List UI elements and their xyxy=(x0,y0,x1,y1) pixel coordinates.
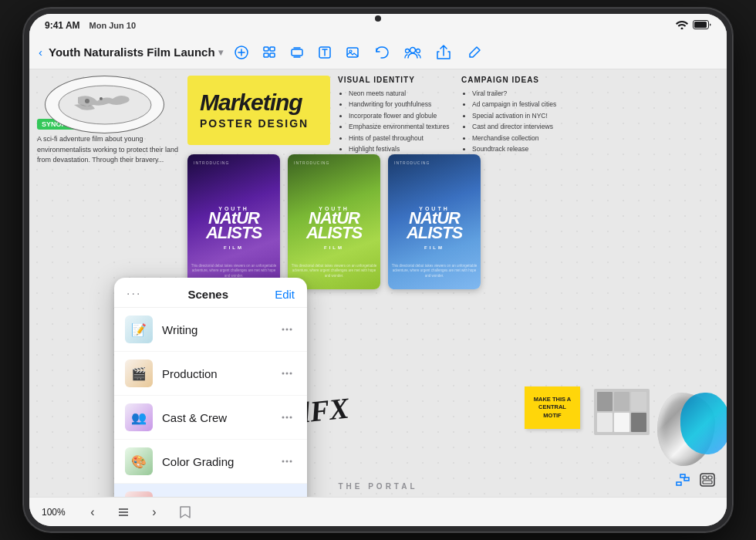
canvas-tool-2[interactable] xyxy=(700,473,715,491)
scene-more-cast[interactable] xyxy=(278,408,296,427)
nav-bar: ‹ Youth Naturalists Film Launch ▾ xyxy=(29,35,727,69)
ci-title: CAMPAIGN IDEAS xyxy=(461,76,577,84)
tablet-screen: 9:41 AM Mon Jun 10 xyxy=(29,14,727,526)
stack-tool-button[interactable] xyxy=(285,42,309,63)
document-title: Youth Naturalists Film Launch xyxy=(49,46,215,59)
tablet-frame: 9:41 AM Mon Jun 10 xyxy=(23,8,733,532)
scene-thumb-production: 🎬 xyxy=(125,359,153,387)
scenes-panel-header: ··· Scenes Edit xyxy=(114,278,307,308)
campaign-ideas-section: CAMPAIGN IDEAS Viral trailer? Ad campaig… xyxy=(461,76,577,155)
marketing-title-block: Marketing POSTER DESIGN xyxy=(187,76,330,145)
world-map-sketch xyxy=(45,76,164,133)
svg-point-24 xyxy=(282,373,285,375)
scene-thumb-color: 🎨 xyxy=(125,447,153,475)
svg-rect-19 xyxy=(708,476,712,479)
scene-name-production: Production xyxy=(162,367,268,380)
swatch-2 xyxy=(614,392,629,411)
scene-more-marketing[interactable] xyxy=(278,496,296,497)
scene-more-production[interactable] xyxy=(278,364,296,383)
nav-right-actions xyxy=(371,42,485,63)
bookmark-button[interactable] xyxy=(174,501,196,523)
camera-dot xyxy=(375,15,381,22)
svg-point-14 xyxy=(59,86,151,124)
svg-rect-5 xyxy=(264,53,268,57)
sticky-note-text: MAKE THIS A CENTRAL MOTIF xyxy=(529,396,575,419)
marketing-headline: Marketing xyxy=(200,91,318,114)
swatch-5 xyxy=(614,413,629,432)
svg-point-11 xyxy=(410,47,415,52)
scene-item-writing[interactable]: 📝 Writing xyxy=(114,308,307,352)
status-icons xyxy=(676,20,711,31)
undo-button[interactable] xyxy=(371,42,393,63)
svg-point-32 xyxy=(290,461,292,463)
vi-item: Hints of pastel throughout xyxy=(349,133,454,143)
visual-identity-section: VISUAL IDENTITY Neon meets natural Handw… xyxy=(338,76,454,155)
svg-point-27 xyxy=(282,417,285,419)
scenes-panel: ··· Scenes Edit 📝 Writing xyxy=(114,278,307,497)
ci-item: Ad campaign in festival cities xyxy=(472,99,577,110)
image-tool-button[interactable] xyxy=(340,42,365,63)
scenes-edit-button[interactable]: Edit xyxy=(275,288,295,301)
scene-more-writing[interactable] xyxy=(278,320,296,339)
ci-item: Special activation in NYC! xyxy=(472,110,577,121)
ci-item: Soundtrack release xyxy=(472,143,577,154)
ci-item: Merchandise collection xyxy=(472,133,577,143)
poster-card-green: INTRODUCING YOUTH NAtURALISTS FILM This … xyxy=(288,154,380,289)
people-button[interactable] xyxy=(402,42,424,63)
scenes-dots-icon[interactable]: ··· xyxy=(127,287,141,301)
sticky-note: MAKE THIS A CENTRAL MOTIF xyxy=(525,386,580,429)
scene-name-cast: Cast & Crew xyxy=(162,411,268,424)
svg-point-12 xyxy=(405,49,409,52)
ci-item: Viral trailer? xyxy=(472,88,577,99)
svg-rect-1 xyxy=(694,22,707,28)
svg-point-21 xyxy=(282,329,285,331)
scene-name-color: Color Grading xyxy=(162,455,268,468)
scene-item-cast[interactable]: 👥 Cast & Crew xyxy=(114,396,307,440)
main-canvas: SYNOPSIS A sci-fi adventure film about y… xyxy=(29,69,727,497)
ci-item: Cast and director interviews xyxy=(472,121,577,132)
poster-card-blue: INTRODUCING YOUTH NAtURALISTS FILM This … xyxy=(388,154,481,289)
swatch-1 xyxy=(597,392,613,411)
nav-tools xyxy=(229,42,365,63)
scene-thumb-cast: 👥 xyxy=(125,403,153,431)
svg-point-26 xyxy=(290,373,292,375)
poster-cards-row: INTRODUCING YOUTH NAtURALISTS FILM This … xyxy=(187,154,481,289)
synopsis-text: A sci-fi adventure film about young envi… xyxy=(37,134,180,166)
prev-page-button[interactable]: ‹ xyxy=(82,501,103,523)
scene-item-production[interactable]: 🎬 Production xyxy=(114,352,307,396)
battery-icon xyxy=(693,20,711,31)
bottom-toolbar: 100% ‹ › xyxy=(29,497,727,526)
canvas-bottom-right xyxy=(675,473,715,491)
nav-back-button[interactable]: ‹ xyxy=(39,46,42,59)
list-view-button[interactable] xyxy=(113,501,134,523)
svg-rect-3 xyxy=(264,47,268,51)
swatch-6 xyxy=(631,413,646,432)
wifi-icon xyxy=(676,20,688,31)
svg-point-22 xyxy=(286,329,289,331)
pen-tool-button[interactable] xyxy=(229,42,254,63)
scene-more-color[interactable] xyxy=(278,452,296,471)
title-chevron-icon[interactable]: ▾ xyxy=(218,47,223,58)
next-page-button[interactable]: › xyxy=(143,501,165,523)
svg-point-31 xyxy=(286,461,289,463)
pencil-button[interactable] xyxy=(464,42,485,63)
svg-point-29 xyxy=(290,417,292,419)
text-tool-button[interactable] xyxy=(312,42,337,63)
scenes-panel-title: Scenes xyxy=(187,288,228,301)
status-time: 9:41 AM xyxy=(45,20,80,31)
svg-point-28 xyxy=(286,417,289,419)
svg-point-23 xyxy=(290,329,292,331)
swatch-4 xyxy=(597,413,613,432)
scene-item-marketing[interactable]: 📢 Marketing xyxy=(114,484,307,497)
svg-rect-9 xyxy=(347,48,358,57)
vi-list: Neon meets natural Handwriting for youth… xyxy=(338,88,454,155)
svg-point-30 xyxy=(282,461,285,463)
svg-rect-7 xyxy=(292,49,302,56)
scene-thumb-marketing: 📢 xyxy=(125,491,153,497)
grid-tool-button[interactable] xyxy=(257,42,282,63)
scene-item-color[interactable]: 🎨 Color Grading xyxy=(114,440,307,484)
share-button[interactable] xyxy=(433,42,454,63)
svg-rect-6 xyxy=(270,53,275,57)
nav-title: Youth Naturalists Film Launch ▾ xyxy=(49,46,223,59)
canvas-tool-1[interactable] xyxy=(675,473,690,491)
